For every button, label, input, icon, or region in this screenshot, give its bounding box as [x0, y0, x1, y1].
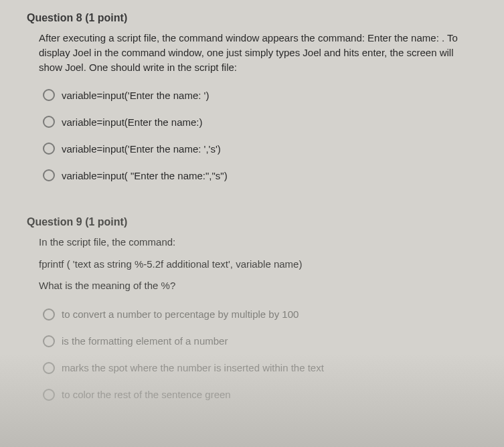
option-label: marks the spot where the number is inser…: [62, 362, 324, 373]
prompt-line-1: In the script file, the command:: [39, 235, 477, 250]
option-4[interactable]: to color the rest of the sentence green: [43, 389, 477, 401]
option-1[interactable]: variable=input('Enter the name: '): [43, 89, 477, 101]
radio-icon: [43, 308, 55, 321]
prompt-line-3: What is the meaning of the %?: [39, 278, 477, 294]
radio-icon: [43, 169, 55, 181]
radio-icon: [43, 362, 55, 374]
option-2[interactable]: variable=input(Enter the name:): [43, 116, 477, 128]
question-9: Question 9 (1 point) In the script file,…: [0, 216, 504, 436]
quiz-page: Question 8 (1 point) After executing a s…: [0, 0, 504, 447]
radio-icon: [43, 116, 55, 128]
option-label: to color the rest of the sentence green: [62, 389, 231, 400]
question-8: Question 8 (1 point) After executing a s…: [0, 12, 504, 216]
option-label: variable=input(Enter the name:): [62, 116, 203, 128]
option-1[interactable]: to convert a number to percentage by mul…: [43, 308, 477, 321]
radio-icon: [43, 89, 55, 101]
option-label: is the formatting element of a number: [62, 335, 228, 347]
option-4[interactable]: variable=input( "Enter the name:","s"): [43, 169, 477, 181]
option-label: variable=input('Enter the name: ','s'): [62, 143, 221, 155]
option-3[interactable]: variable=input('Enter the name: ','s'): [43, 143, 477, 155]
option-3[interactable]: marks the spot where the number is inser…: [43, 362, 477, 374]
options-list: variable=input('Enter the name: ') varia…: [43, 89, 477, 181]
radio-icon: [43, 335, 55, 347]
question-header: Question 9 (1 point): [27, 216, 477, 228]
options-list: to convert a number to percentage by mul…: [43, 308, 477, 401]
prompt-line-2: fprintf ( 'text as string %-5.2f additio…: [39, 257, 477, 272]
question-header: Question 8 (1 point): [27, 12, 477, 24]
option-2[interactable]: is the formatting element of a number: [43, 335, 477, 347]
radio-icon: [43, 389, 55, 401]
option-label: to convert a number to percentage by mul…: [62, 308, 299, 320]
option-label: variable=input('Enter the name: '): [62, 90, 209, 101]
option-label: variable=input( "Enter the name:","s"): [62, 170, 228, 181]
radio-icon: [43, 143, 55, 155]
question-prompt: After executing a script file, the comma…: [39, 31, 477, 74]
